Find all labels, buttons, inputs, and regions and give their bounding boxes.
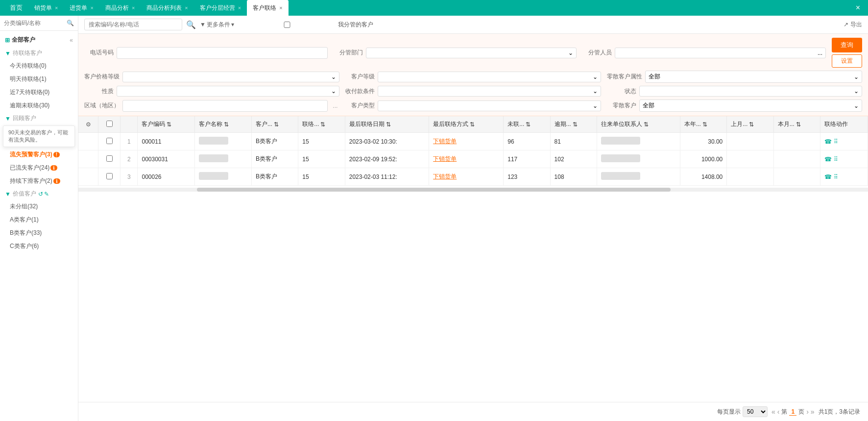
row-checkbox-cell[interactable] xyxy=(98,168,121,186)
close-analysis-list-icon[interactable]: × xyxy=(185,5,188,11)
sidebar-item-tomorrow-pending[interactable]: 明天待联络(1) xyxy=(0,73,78,86)
customer-table: ⚙ 客户编码⇅ 客户名称⇅ 客户...⇅ 联络...⇅ xyxy=(78,116,868,186)
last-page-button[interactable]: » xyxy=(811,408,815,416)
row-checkbox-cell[interactable] xyxy=(98,133,121,150)
tab-analysis[interactable]: 商品分析 × xyxy=(99,0,141,16)
prev-page-button[interactable]: ‹ xyxy=(777,408,780,416)
home-tab[interactable]: 首页 xyxy=(4,0,28,16)
row-type: B类客户 xyxy=(251,150,298,168)
col-unit-contact[interactable]: 往来单位联系人⇅ xyxy=(597,116,680,133)
sort-icon3: ⇅ xyxy=(274,121,279,128)
refresh-icon[interactable]: ↺ xyxy=(38,191,43,198)
dept-select[interactable]: ⌄ xyxy=(366,48,577,58)
sidebar-item-b-class[interactable]: B类客户(33) xyxy=(0,226,78,240)
sidebar-item-churn-warning[interactable]: 流失预警客户(3) ! xyxy=(0,148,78,161)
table-settings-header[interactable]: ⚙ xyxy=(78,116,98,133)
query-button[interactable]: 查询 xyxy=(832,38,862,52)
row-last-method[interactable]: 下销货单 xyxy=(429,168,504,186)
sidebar-item-a-class[interactable]: A类客户(1) xyxy=(0,213,78,226)
contact-icon[interactable]: ☎ xyxy=(824,173,832,180)
close-all-button[interactable]: × xyxy=(852,3,864,12)
more-icon[interactable]: ⠿ xyxy=(834,138,838,145)
payment-select[interactable]: ⌄ xyxy=(378,86,601,97)
sidebar-item-overdue-pending[interactable]: 逾期未联络(30) xyxy=(0,99,78,112)
row-action-icon[interactable] xyxy=(78,133,98,150)
export-button[interactable]: ↗ 导出 xyxy=(844,21,862,29)
sidebar-all-customers[interactable]: ⊞ 全部客户 « xyxy=(0,33,78,47)
horizontal-scrollbar[interactable] xyxy=(78,188,868,192)
row-checkbox-cell[interactable] xyxy=(98,150,121,168)
region-input[interactable] xyxy=(122,100,328,112)
filter-retail-attr: 零散客户属性 全部 ⌄ xyxy=(607,71,862,83)
row-action-icon[interactable] xyxy=(78,150,98,168)
row-last-method[interactable]: 下销货单 xyxy=(429,133,504,150)
tab-customer-contact[interactable]: 客户联络 × xyxy=(247,0,288,16)
churned-badge: ℹ xyxy=(50,165,57,171)
search-button[interactable]: 🔍 xyxy=(186,20,196,29)
sidebar-item-declining[interactable]: 持续下滑客户(2) ℹ xyxy=(0,174,78,188)
col-code[interactable]: 客户编码⇅ xyxy=(138,116,194,133)
sidebar-search-input[interactable] xyxy=(4,20,66,26)
sidebar-item-today-pending[interactable]: 今天待联络(0) xyxy=(0,59,78,73)
close-sales-icon[interactable]: × xyxy=(55,5,58,11)
tab-customer-tier[interactable]: 客户分层经营 × xyxy=(194,0,247,16)
close-contact-icon[interactable]: × xyxy=(279,5,282,11)
col-overdue[interactable]: 逾期...⇅ xyxy=(550,116,597,133)
more-conditions-button[interactable]: ▼ 更多条件 ▾ xyxy=(200,21,234,29)
close-purchase-icon[interactable]: × xyxy=(90,5,93,11)
col-type[interactable]: 客户...⇅ xyxy=(251,116,298,133)
contact-icon[interactable]: ☎ xyxy=(824,156,832,163)
scrollbar-thumb[interactable] xyxy=(197,188,671,192)
row-this-month xyxy=(773,133,820,150)
close-analysis-icon[interactable]: × xyxy=(132,5,135,11)
phone-input[interactable] xyxy=(117,47,328,59)
row-checkbox[interactable] xyxy=(106,155,113,162)
search-input[interactable] xyxy=(84,19,182,30)
contact-icon[interactable]: ☎ xyxy=(824,138,832,145)
settings-button[interactable]: 设置 xyxy=(832,54,862,68)
edit-icon[interactable]: ✎ xyxy=(44,191,49,198)
col-last-method[interactable]: 最后联络方式⇅ xyxy=(429,116,504,133)
tab-sales[interactable]: 销货单 × xyxy=(28,0,64,16)
more-icon[interactable]: ⠿ xyxy=(834,173,838,180)
col-last-date[interactable]: 最后联络日期⇅ xyxy=(345,116,429,133)
customer-type-select[interactable]: ⌄ xyxy=(378,100,601,111)
col-this-month[interactable]: 本月...⇅ xyxy=(773,116,820,133)
col-not-contacted[interactable]: 未联...⇅ xyxy=(504,116,550,133)
col-name[interactable]: 客户名称⇅ xyxy=(194,116,251,133)
retail-customer-select[interactable]: 全部 ⌄ xyxy=(639,99,862,112)
row-action-icon[interactable] xyxy=(78,168,98,186)
table-checkbox-header[interactable] xyxy=(98,116,121,133)
page-size-select[interactable]: 50 20 100 xyxy=(743,406,768,417)
col-last-month[interactable]: 上月...⇅ xyxy=(727,116,773,133)
price-level-select[interactable]: ⌄ xyxy=(122,72,339,82)
first-page-button[interactable]: « xyxy=(772,408,775,416)
collapse-icon[interactable]: « xyxy=(70,37,73,44)
row-checkbox[interactable] xyxy=(106,173,113,179)
sidebar-item-c-class[interactable]: C类客户(6) xyxy=(0,240,78,253)
row-last-method[interactable]: 下销货单 xyxy=(429,150,504,168)
dots-btn[interactable]: ... xyxy=(818,50,822,56)
customer-level-select[interactable]: ⌄ xyxy=(378,72,601,82)
col-this-year[interactable]: 本年...⇅ xyxy=(680,116,726,133)
region-dots-btn[interactable]: ... xyxy=(331,102,339,109)
row-index: 3 xyxy=(121,168,138,186)
sidebar-item-ungrouped[interactable]: 未分组(32) xyxy=(0,200,78,213)
tab-analysis-list[interactable]: 商品分析列表 × xyxy=(141,0,193,16)
sidebar-item-churned[interactable]: 已流失客户(24) ℹ xyxy=(0,161,78,174)
nature-select[interactable]: ⌄ xyxy=(117,86,339,97)
row-this-month xyxy=(773,168,820,186)
select-all-checkbox[interactable] xyxy=(106,121,113,127)
chevron-down-icon6: ⌄ xyxy=(331,88,336,95)
person-select[interactable]: ... xyxy=(615,48,826,58)
status-select[interactable]: ⌄ xyxy=(639,86,862,97)
more-icon[interactable]: ⠿ xyxy=(834,156,838,163)
my-customers-checkbox[interactable]: 我分管的客户 xyxy=(238,21,373,29)
row-checkbox[interactable] xyxy=(106,138,113,144)
tab-purchase[interactable]: 进货单 × xyxy=(64,0,99,16)
retail-attr-select[interactable]: 全部 ⌄ xyxy=(645,71,862,83)
close-tier-icon[interactable]: × xyxy=(238,5,241,11)
next-page-button[interactable]: › xyxy=(806,408,809,416)
sidebar-item-week-pending[interactable]: 近7天待联络(0) xyxy=(0,86,78,99)
col-contact[interactable]: 联络...⇅ xyxy=(298,116,345,133)
